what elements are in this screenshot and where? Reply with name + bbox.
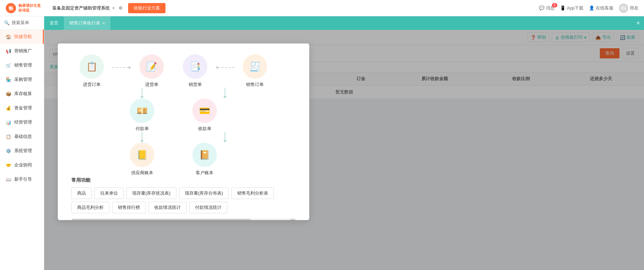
sidebar-label-finance: 资金管理 bbox=[14, 105, 32, 111]
logo-text: 畅康通好生意 标准版 bbox=[18, 3, 41, 12]
sidebar-label-system: 系统管理 bbox=[14, 148, 32, 154]
avatar: Ea bbox=[619, 3, 628, 13]
search-icon: 🔍 bbox=[4, 20, 10, 25]
sidebar: 🔍 搜索菜单 🏠快捷导航📢营销推广🛒销售管理🏪采购管理📦库存核算💰资金管理📊经营… bbox=[0, 16, 44, 270]
cf-btn-现存量(库存分布表)[interactable]: 现存量(库存分布表) bbox=[179, 187, 229, 199]
cf-btn-商品[interactable]: 商品 bbox=[71, 187, 92, 199]
cf-btn-付款情况统计[interactable]: 付款情况统计 bbox=[189, 202, 227, 213]
cf-btn-销售毛利分析表[interactable]: 销售毛利分析表 bbox=[231, 187, 274, 199]
sidebar-item-newbie[interactable]: 📖新手引导 bbox=[0, 172, 44, 186]
tab-home[interactable]: 首页 bbox=[44, 16, 64, 30]
sidebar-item-marketing[interactable]: 📢营销推广 bbox=[0, 44, 44, 58]
sidebar-search[interactable]: 🔍 搜索菜单 bbox=[0, 16, 44, 30]
system-name: 装备及固定资产辅助管理系统 bbox=[52, 5, 110, 11]
quick-nav-icon: 🏠 bbox=[5, 34, 12, 40]
settings-icon[interactable]: ⚙ bbox=[116, 3, 125, 13]
sidebar-item-quick-nav[interactable]: 🏠快捷导航 bbox=[0, 30, 44, 44]
modal-overlay: 📋 进货订单 bbox=[44, 30, 644, 270]
common-function-buttons: 商品往来单位现存量(库存状况表)现存量(库存分布表)销售毛利分析表商品毛利分析销… bbox=[71, 187, 296, 213]
scroll-right-btn[interactable]: › bbox=[290, 219, 296, 220]
online-service-btn[interactable]: 👤 在线客服 bbox=[589, 5, 613, 11]
sidebar-label-sales: 销售管理 bbox=[14, 62, 32, 68]
message-badge: 5 bbox=[552, 3, 557, 7]
sales-icon: 🛒 bbox=[5, 62, 12, 68]
sidebar-item-enterprise[interactable]: 🤝企业协同 bbox=[0, 158, 44, 172]
flow-node-supplier-ledger[interactable]: 📒 供应商账本 bbox=[122, 143, 162, 176]
sidebar-item-system[interactable]: ⚙️系统管理 bbox=[0, 144, 44, 158]
trial-button[interactable]: 体验行业方案 bbox=[128, 3, 166, 13]
tab-close-icon[interactable]: × bbox=[102, 20, 105, 26]
sidebar-item-base-info[interactable]: 📋基础信息 bbox=[0, 129, 44, 144]
common-functions: 常用功能 商品往来单位现存量(库存状况表)现存量(库存分布表)销售毛利分析表商品… bbox=[71, 177, 296, 213]
app-download-btn[interactable]: 📱 App下载 bbox=[560, 5, 584, 11]
user-menu[interactable]: Ea 用友 bbox=[619, 3, 639, 13]
quick-nav-modal: 📋 进货订单 bbox=[58, 43, 309, 220]
sidebar-item-purchase[interactable]: 🏪采购管理 bbox=[0, 72, 44, 87]
cf-btn-往来单位[interactable]: 往来单位 bbox=[94, 187, 124, 199]
sidebar-item-inventory[interactable]: 📦库存核算 bbox=[0, 87, 44, 101]
sidebar-label-operation: 经营管理 bbox=[14, 119, 32, 125]
logo: 畅 畅康通好生意 标准版 bbox=[5, 3, 50, 14]
newbie-icon: 📖 bbox=[5, 176, 12, 182]
enterprise-icon: 🤝 bbox=[5, 162, 12, 168]
download-icon: 📱 bbox=[560, 5, 565, 11]
sidebar-label-enterprise: 企业协同 bbox=[14, 162, 32, 168]
flow-node-receipt[interactable]: 💳 收款单 bbox=[184, 98, 225, 132]
message-icon: 💬 bbox=[539, 5, 544, 11]
sidebar-label-newbie: 新手引导 bbox=[14, 176, 32, 182]
flow-node-payment[interactable]: 💴 付款单 bbox=[122, 98, 162, 132]
modal-scrollbar-thumb bbox=[71, 219, 251, 220]
system-dropdown-arrow[interactable]: ▾ bbox=[112, 6, 115, 11]
base-info-icon: 📋 bbox=[5, 133, 12, 140]
cf-btn-现存量(库存状况表)[interactable]: 现存量(库存状况表) bbox=[126, 187, 176, 199]
sidebar-label-marketing: 营销推广 bbox=[14, 48, 32, 54]
message-btn[interactable]: 💬 消息 5 bbox=[539, 5, 555, 11]
flow-node-sales-bill[interactable]: 📑 销货单 bbox=[175, 54, 215, 88]
sidebar-label-quick-nav: 快捷导航 bbox=[14, 34, 32, 40]
marketing-icon: 📢 bbox=[5, 48, 12, 54]
flow-node-purchase-bill[interactable]: 📝 进货单 bbox=[131, 54, 172, 88]
service-icon: 👤 bbox=[589, 5, 594, 11]
finance-icon: 💰 bbox=[5, 105, 12, 111]
sidebar-item-sales[interactable]: 🛒销售管理 bbox=[0, 58, 44, 72]
flow-node-purchase-order[interactable]: 📋 进货订单 bbox=[71, 54, 112, 88]
sidebar-label-inventory: 库存核算 bbox=[14, 91, 32, 97]
page-content: ❓ 帮助 🖨 按模板打印 ▾ 📤 导出 🔄 刷新 bbox=[44, 30, 644, 270]
purchase-icon: 🏪 bbox=[5, 76, 12, 83]
system-icon: ⚙️ bbox=[5, 148, 12, 154]
cf-btn-商品毛利分析[interactable]: 商品毛利分析 bbox=[71, 202, 109, 213]
system-title: 装备及固定资产辅助管理系统 ▾ bbox=[52, 5, 115, 11]
inventory-icon: 📦 bbox=[5, 91, 12, 97]
tab-close-all[interactable]: × bbox=[636, 20, 644, 27]
cf-btn-收款情况统计[interactable]: 收款情况统计 bbox=[149, 202, 187, 213]
modal-scrollbar[interactable]: › bbox=[71, 219, 296, 220]
flow-node-sales-order[interactable]: 🧾 销售订单 bbox=[234, 54, 275, 88]
sidebar-label-purchase: 采购管理 bbox=[14, 76, 32, 83]
cf-btn-销售排行榜[interactable]: 销售排行榜 bbox=[112, 202, 146, 213]
common-functions-title: 常用功能 bbox=[71, 177, 296, 183]
flow-diagram: 📋 进货订单 bbox=[71, 54, 296, 176]
tab-bar: 首页 销售订单执行表 × × bbox=[44, 16, 644, 30]
tab-sales-order[interactable]: 销售订单执行表 × bbox=[64, 16, 110, 30]
flow-node-customer-ledger[interactable]: 📔 客户账本 bbox=[184, 143, 225, 176]
operation-icon: 📊 bbox=[5, 119, 12, 125]
svg-text:畅: 畅 bbox=[8, 5, 13, 11]
sidebar-item-finance[interactable]: 💰资金管理 bbox=[0, 101, 44, 115]
sidebar-item-operation[interactable]: 📊经营管理 bbox=[0, 115, 44, 129]
sidebar-label-base-info: 基础信息 bbox=[14, 133, 32, 140]
